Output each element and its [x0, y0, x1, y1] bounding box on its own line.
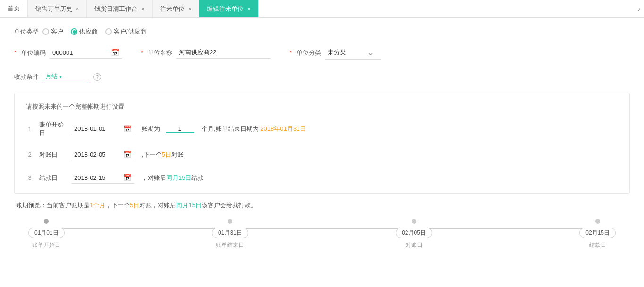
- tab-partner-units[interactable]: 往来单位 ×: [153, 0, 199, 17]
- unit-code-icon[interactable]: 📅: [111, 49, 119, 56]
- tab-scroll-arrow[interactable]: ›: [634, 0, 644, 17]
- tl-dot-3: [412, 219, 416, 224]
- row-1-date-input[interactable]: [74, 125, 121, 132]
- preview-highlight3: 同月15日: [176, 202, 201, 209]
- setting-row-3: 3 结款日 📅 ，对账后同月15日结款: [26, 172, 618, 184]
- preview-highlight1: 1个月: [90, 202, 105, 209]
- row-3-desc: ，对账后同月15日结款: [142, 174, 203, 182]
- radio-supplier[interactable]: 供应商: [71, 27, 98, 36]
- unit-name-star: *: [141, 49, 143, 56]
- timeline: 01月01日 账单开始日 01月31日 账单结束日 02月05日 对账日: [14, 219, 630, 249]
- row-1-label: 账单开始日: [39, 120, 66, 137]
- row-3-label: 结款日: [39, 174, 66, 182]
- tab-cash-ledger-label: 钱货日清工作台: [94, 5, 137, 13]
- payment-terms-row: 收款条件 月结 ▾ ?: [14, 70, 630, 83]
- row-2-number: 2: [26, 151, 34, 158]
- unit-code-star: *: [14, 49, 17, 56]
- tl-dot-1: [44, 219, 49, 224]
- unit-name-label: 单位名称: [148, 49, 172, 57]
- row-1-calendar-icon[interactable]: 📅: [123, 125, 131, 133]
- settings-section: 请按照未来的一个完整帐期进行设置 1 账单开始日 📅 账期为 个月,账单结束日期…: [14, 93, 630, 194]
- row-3-date-input[interactable]: [74, 174, 121, 181]
- tl-badge-3: 02月05日: [396, 228, 432, 238]
- radio-supplier-label: 供应商: [79, 27, 98, 36]
- unit-type-radio-group: 客户 供应商 客户/供应商: [42, 27, 146, 36]
- tab-home[interactable]: 首页: [0, 0, 28, 17]
- row-1-date-field[interactable]: 📅: [71, 123, 134, 135]
- unit-category-value: 未分类: [328, 48, 346, 57]
- tab-edit-partner-label: 编辑往来单位: [207, 5, 244, 13]
- unit-category-label: 单位分类: [297, 49, 321, 57]
- row-3-date-field[interactable]: 📅: [71, 172, 134, 184]
- tab-home-label: 首页: [8, 4, 20, 13]
- radio-customer[interactable]: 客户: [42, 27, 63, 36]
- tab-partner-units-label: 往来单位: [160, 5, 185, 13]
- row-1-suffix: 账期为: [142, 125, 160, 133]
- tl-point-2: 01月31日 账单结束日: [212, 219, 248, 249]
- tl-dot-4: [595, 219, 600, 224]
- row-1-number: 1: [26, 126, 34, 133]
- setting-row-1: 1 账单开始日 📅 账期为 个月,账单结束日期为 2018年01月31日: [26, 120, 618, 137]
- row-2-calendar-icon[interactable]: 📅: [123, 151, 131, 158]
- main-content: 单位类型 客户 供应商 客户/供应商 * 单位编码 📅: [0, 18, 644, 287]
- row-2-desc: ,下一个5日对账: [142, 151, 184, 159]
- section-title: 请按照未来的一个完整帐期进行设置: [26, 102, 618, 111]
- unit-type-row: 单位类型 客户 供应商 客户/供应商: [14, 27, 630, 36]
- unit-category-star: *: [289, 49, 292, 56]
- tl-badge-4: 02月15日: [579, 228, 616, 238]
- unit-category-select[interactable]: 未分类 ⌄: [325, 45, 381, 60]
- payment-terms-label: 收款条件: [14, 73, 39, 81]
- tl-badge-1: 01月01日: [28, 228, 65, 238]
- unit-name-input[interactable]: [176, 47, 271, 59]
- payment-terms-select[interactable]: 月结 ▾: [42, 70, 90, 83]
- row-1-end-date: 2018年01月31日: [260, 125, 306, 132]
- month-input[interactable]: [166, 125, 194, 133]
- tl-label-2: 账单结束日: [216, 241, 244, 249]
- row-3-highlight: 同月15日: [166, 174, 191, 181]
- tab-sales-history[interactable]: 销售订单历史 ×: [28, 0, 87, 17]
- tl-point-1: 01月01日 账单开始日: [28, 219, 65, 249]
- preview-highlight2: 5日: [130, 202, 139, 209]
- tl-label-4: 结款日: [589, 241, 606, 249]
- setting-row-2: 2 对账日 📅 ,下一个5日对账: [26, 149, 618, 160]
- unit-type-label: 单位类型: [14, 27, 39, 36]
- tl-dot-2: [228, 219, 232, 224]
- payment-terms-value: 月结: [45, 72, 58, 81]
- close-cash-ledger[interactable]: ×: [141, 6, 144, 12]
- tl-label-1: 账单开始日: [32, 241, 60, 249]
- row-2-label: 对账日: [39, 151, 66, 159]
- unit-code-label: 单位编码: [21, 49, 46, 57]
- tab-bar: 首页 销售订单历史 × 钱货日清工作台 × 往来单位 × 编辑往来单位 × ›: [0, 0, 644, 18]
- tab-sales-history-label: 销售订单历史: [35, 5, 72, 13]
- row-1-month-unit: 个月,账单结束日期为 2018年01月31日: [202, 125, 306, 133]
- row-2-highlight: 5日: [162, 151, 171, 158]
- radio-both-label: 客户/供应商: [114, 27, 146, 36]
- tl-point-4: 02月15日 结款日: [579, 219, 616, 249]
- row-3-number: 3: [26, 174, 34, 181]
- close-partner-units[interactable]: ×: [188, 6, 191, 12]
- radio-customer-label: 客户: [51, 27, 63, 36]
- unit-details-row: * 单位编码 📅 * 单位名称 * 单位分类 未分类 ⌄: [14, 45, 630, 60]
- payment-terms-arrow-icon: ▾: [59, 74, 62, 79]
- radio-both[interactable]: 客户/供应商: [105, 27, 146, 36]
- row-2-date-input[interactable]: [74, 151, 121, 158]
- preview-text: 账期预览：当前客户账期是1个月，下一个5日对账，对账后同月15日该客户会给我打款…: [14, 201, 630, 210]
- close-edit-partner[interactable]: ×: [247, 6, 250, 12]
- help-icon[interactable]: ?: [93, 73, 101, 81]
- tl-point-3: 02月05日 对账日: [396, 219, 432, 249]
- radio-both-circle: [105, 28, 112, 35]
- timeline-points: 01月01日 账单开始日 01月31日 账单结束日 02月05日 对账日: [28, 219, 616, 249]
- close-sales-history[interactable]: ×: [76, 6, 79, 12]
- radio-supplier-circle: [71, 28, 77, 35]
- row-3-calendar-icon[interactable]: 📅: [123, 174, 131, 181]
- tl-badge-2: 01月31日: [212, 228, 248, 238]
- unit-category-arrow-icon: ⌄: [367, 47, 374, 58]
- tab-edit-partner[interactable]: 编辑往来单位 ×: [199, 0, 258, 17]
- tab-cash-ledger[interactable]: 钱货日清工作台 ×: [87, 0, 152, 17]
- row-2-date-field[interactable]: 📅: [71, 149, 134, 160]
- unit-code-field[interactable]: 📅: [50, 47, 122, 59]
- radio-customer-circle: [42, 28, 49, 35]
- tl-label-3: 对账日: [406, 241, 423, 249]
- unit-code-input[interactable]: [52, 49, 109, 56]
